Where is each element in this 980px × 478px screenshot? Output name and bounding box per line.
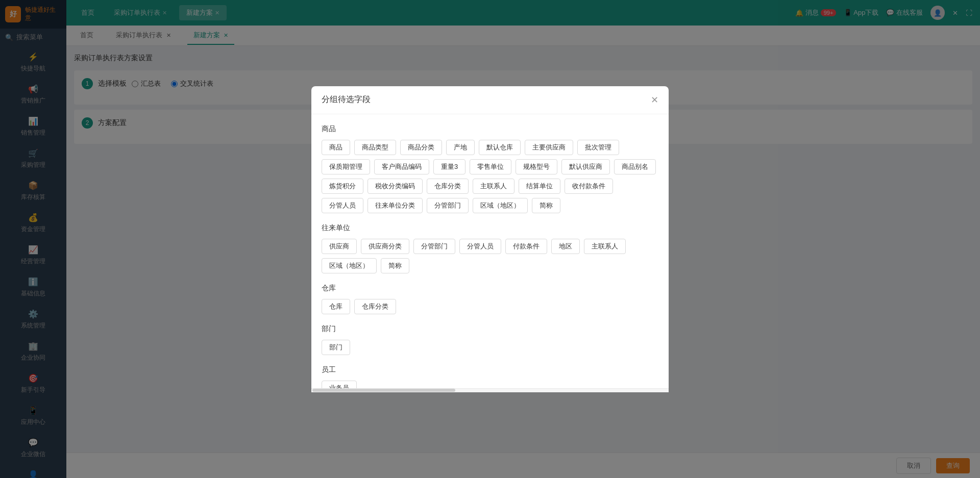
field-spec-model[interactable]: 规格型号 bbox=[516, 159, 557, 174]
field-goods[interactable]: 商品 bbox=[322, 140, 350, 155]
modal-hscroll-thumb[interactable] bbox=[312, 389, 455, 392]
section-employee-title: 员工 bbox=[322, 365, 658, 374]
section-warehouse-title: 仓库 bbox=[322, 284, 658, 293]
field-retail-unit[interactable]: 零售单位 bbox=[470, 159, 511, 174]
field-weight3[interactable]: 重量3 bbox=[433, 159, 465, 174]
field-main-contact[interactable]: 主联系人 bbox=[473, 179, 514, 194]
section-partner: 往来单位 供应商 供应商分类 分管部门 分管人员 付款条件 地区 主联系人 区域… bbox=[322, 223, 658, 273]
section-department-title: 部门 bbox=[322, 324, 658, 334]
field-partner-personnel[interactable]: 分管人员 bbox=[459, 239, 501, 254]
section-goods-title: 商品 bbox=[322, 124, 658, 134]
section-goods: 商品 商品 商品类型 商品分类 产地 默认仓库 主要供应商 批次管理 保质期管理… bbox=[322, 124, 658, 213]
field-supplier[interactable]: 供应商 bbox=[322, 239, 357, 254]
section-department-fields: 部门 bbox=[322, 340, 658, 355]
field-partner-category[interactable]: 往来单位分类 bbox=[368, 198, 423, 213]
section-department: 部门 部门 bbox=[322, 324, 658, 355]
field-default-supplier[interactable]: 默认供应商 bbox=[561, 159, 610, 174]
section-partner-title: 往来单位 bbox=[322, 223, 658, 233]
modal-title: 分组待选字段 bbox=[322, 94, 371, 105]
section-partner-fields: 供应商 供应商分类 分管部门 分管人员 付款条件 地区 主联系人 区域（地区） … bbox=[322, 239, 658, 273]
section-employee-fields: 业务员 bbox=[322, 381, 658, 388]
field-partner-dept[interactable]: 分管部门 bbox=[413, 239, 455, 254]
modal-close-button[interactable]: ✕ bbox=[651, 94, 658, 106]
modal-horizontal-scrollbar[interactable] bbox=[311, 388, 669, 392]
field-partner-short[interactable]: 简称 bbox=[381, 258, 409, 273]
modal-overlay: 分组待选字段 ✕ 商品 商品 商品类型 商品分类 产地 默认仓库 主要供应商 批… bbox=[0, 0, 980, 478]
field-area[interactable]: 地区 bbox=[551, 239, 580, 254]
field-supervisor[interactable]: 分管人员 bbox=[322, 198, 363, 213]
field-tax-code[interactable]: 税收分类编码 bbox=[368, 179, 423, 194]
field-warehouse-type[interactable]: 仓库分类 bbox=[354, 299, 396, 314]
field-payment-condition[interactable]: 付款条件 bbox=[505, 239, 547, 254]
field-supplier-category[interactable]: 供应商分类 bbox=[361, 239, 409, 254]
modal-header: 分组待选字段 ✕ bbox=[311, 86, 669, 114]
field-goods-type[interactable]: 商品类型 bbox=[354, 140, 396, 155]
field-goods-alias[interactable]: 商品别名 bbox=[614, 159, 656, 174]
section-warehouse: 仓库 仓库 仓库分类 bbox=[322, 284, 658, 314]
field-partner-contact[interactable]: 主联系人 bbox=[584, 239, 626, 254]
field-warehouse-category[interactable]: 仓库分类 bbox=[427, 179, 469, 194]
field-select-modal: 分组待选字段 ✕ 商品 商品 商品类型 商品分类 产地 默认仓库 主要供应商 批… bbox=[311, 86, 669, 392]
field-short-name[interactable]: 简称 bbox=[532, 198, 560, 213]
field-origin[interactable]: 产地 bbox=[446, 140, 475, 155]
field-refine-points[interactable]: 炼货积分 bbox=[322, 179, 363, 194]
field-customer-goods-code[interactable]: 客户商品编码 bbox=[374, 159, 429, 174]
field-payment-terms[interactable]: 收付款条件 bbox=[565, 179, 613, 194]
section-goods-fields: 商品 商品类型 商品分类 产地 默认仓库 主要供应商 批次管理 保质期管理 客户… bbox=[322, 140, 658, 213]
field-region[interactable]: 区域（地区） bbox=[473, 198, 528, 213]
field-goods-category[interactable]: 商品分类 bbox=[400, 140, 442, 155]
field-default-warehouse[interactable]: 默认仓库 bbox=[479, 140, 521, 155]
field-department[interactable]: 部门 bbox=[322, 340, 350, 355]
modal-body[interactable]: 商品 商品 商品类型 商品分类 产地 默认仓库 主要供应商 批次管理 保质期管理… bbox=[311, 114, 669, 388]
field-main-supplier[interactable]: 主要供应商 bbox=[525, 140, 573, 155]
field-manage-dept[interactable]: 分管部门 bbox=[427, 198, 469, 213]
section-employee: 员工 业务员 bbox=[322, 365, 658, 388]
field-salesperson[interactable]: 业务员 bbox=[322, 381, 357, 388]
section-warehouse-fields: 仓库 仓库分类 bbox=[322, 299, 658, 314]
field-shelf-life[interactable]: 保质期管理 bbox=[322, 159, 370, 174]
field-warehouse[interactable]: 仓库 bbox=[322, 299, 350, 314]
field-batch-manage[interactable]: 批次管理 bbox=[577, 140, 619, 155]
field-settlement-unit[interactable]: 结算单位 bbox=[519, 179, 560, 194]
field-partner-region[interactable]: 区域（地区） bbox=[322, 258, 377, 273]
